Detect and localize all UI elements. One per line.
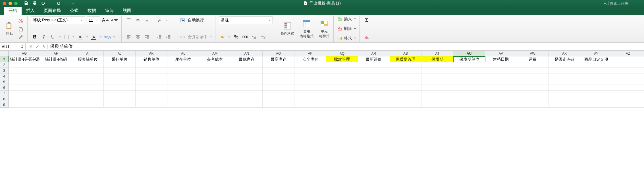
row-header[interactable]: 7	[0, 91, 9, 96]
cell[interactable]	[390, 85, 422, 91]
row-header[interactable]: 1	[0, 56, 9, 62]
row-header[interactable]: 8	[0, 96, 9, 102]
cell[interactable]	[167, 91, 199, 96]
cell[interactable]: 商品自定义项	[580, 56, 612, 62]
cell[interactable]	[453, 73, 485, 79]
cell[interactable]: 参考成本	[199, 56, 231, 62]
align-right-button[interactable]	[143, 34, 151, 40]
chevron-down-icon[interactable]	[165, 19, 168, 21]
cell[interactable]	[40, 85, 72, 91]
cell[interactable]	[136, 62, 167, 68]
cell[interactable]	[421, 102, 453, 108]
column-header[interactable]: AZ	[612, 51, 644, 56]
cell[interactable]: 保质期管理	[390, 56, 422, 62]
cell[interactable]	[390, 68, 422, 73]
cell[interactable]	[421, 91, 453, 96]
cell[interactable]	[453, 96, 485, 102]
cell[interactable]	[104, 62, 136, 68]
cell[interactable]	[517, 68, 549, 73]
redo-icon[interactable]	[56, 1, 61, 6]
cell[interactable]	[231, 73, 263, 79]
cell[interactable]	[580, 62, 612, 68]
spreadsheet-grid[interactable]: AGAHAIAJAKALAMANAOAPAQARASATAUAVAWAXAYAZ…	[0, 51, 644, 108]
cell[interactable]	[421, 85, 453, 91]
tab-insert[interactable]: 插入	[22, 7, 39, 15]
chevron-down-icon[interactable]	[113, 36, 116, 38]
cell[interactable]	[485, 91, 517, 96]
cell[interactable]	[263, 96, 294, 102]
cell[interactable]	[263, 102, 294, 108]
column-header[interactable]: AT	[421, 51, 453, 56]
cell[interactable]	[549, 62, 581, 68]
cell[interactable]	[167, 73, 199, 79]
cell[interactable]	[549, 85, 581, 91]
cell[interactable]	[390, 102, 422, 108]
bold-button[interactable]: B	[31, 34, 38, 40]
cell[interactable]	[453, 85, 485, 91]
column-header[interactable]: AP	[294, 51, 326, 56]
cell[interactable]	[358, 68, 390, 73]
cell[interactable]	[421, 62, 453, 68]
cancel-formula-button[interactable]: ✕	[29, 44, 33, 49]
save-icon[interactable]	[24, 1, 28, 6]
cell[interactable]	[263, 62, 294, 68]
cell[interactable]	[358, 96, 390, 102]
cell[interactable]	[294, 102, 326, 108]
cell[interactable]	[326, 73, 358, 79]
cell[interactable]	[231, 62, 263, 68]
cell[interactable]	[167, 102, 199, 108]
font-size-select[interactable]: 11	[87, 17, 100, 24]
borders-button[interactable]	[63, 34, 70, 40]
cell[interactable]	[358, 79, 390, 85]
cell[interactable]: 保质期单位	[453, 56, 485, 62]
copy-button[interactable]	[17, 26, 24, 32]
cell[interactable]	[453, 68, 485, 73]
cell[interactable]: 保质期	[421, 56, 453, 62]
cell[interactable]	[136, 102, 167, 108]
column-header[interactable]: AS	[390, 51, 422, 56]
format-table-button[interactable]: 套用 表格格式	[299, 16, 315, 41]
cell[interactable]: 辅计量4是否包装单位	[9, 56, 40, 62]
maximize-window-icon[interactable]	[14, 2, 18, 5]
column-header[interactable]: AM	[199, 51, 231, 56]
name-box[interactable]: AU1	[0, 43, 26, 50]
cell[interactable]: 最新进价	[358, 56, 390, 62]
cell[interactable]	[294, 91, 326, 96]
cell[interactable]	[612, 79, 644, 85]
orientation-button[interactable]: ab	[156, 17, 163, 24]
cell[interactable]	[104, 102, 136, 108]
cell[interactable]	[485, 85, 517, 91]
tab-review[interactable]: 审阅	[101, 7, 118, 15]
cell[interactable]	[104, 79, 136, 85]
close-window-icon[interactable]	[3, 2, 6, 5]
cell[interactable]	[231, 102, 263, 108]
row-header[interactable]: 2	[0, 62, 9, 68]
cell[interactable]	[72, 68, 104, 73]
cell[interactable]	[167, 62, 199, 68]
column-header[interactable]: AO	[263, 51, 294, 56]
cell[interactable]	[358, 62, 390, 68]
cell[interactable]: 辅计量4条码	[40, 56, 72, 62]
cell[interactable]	[549, 68, 581, 73]
minimize-window-icon[interactable]	[9, 2, 12, 5]
cell[interactable]: 最低库存	[231, 56, 263, 62]
chevron-down-icon[interactable]	[228, 36, 231, 38]
cell-styles-button[interactable]: 单元 格样式	[318, 16, 331, 41]
cell[interactable]: 是否走冻链	[549, 56, 581, 62]
search-input[interactable]	[610, 1, 641, 6]
cell[interactable]	[9, 91, 40, 96]
chevron-down-icon[interactable]	[86, 36, 88, 38]
row-header[interactable]: 3	[0, 68, 9, 73]
column-header[interactable]: AQ	[326, 51, 358, 56]
conditional-format-button[interactable]: 条件格式	[279, 16, 295, 41]
cell[interactable]	[612, 102, 644, 108]
font-color-button[interactable]: A	[90, 34, 97, 40]
cell[interactable]	[9, 73, 40, 79]
cell[interactable]	[72, 85, 104, 91]
align-left-button[interactable]	[125, 34, 132, 40]
cell[interactable]	[390, 79, 422, 85]
tab-page-layout[interactable]: 页面布局	[39, 7, 65, 15]
cell[interactable]	[199, 91, 231, 96]
cell[interactable]	[104, 91, 136, 96]
cell[interactable]	[421, 79, 453, 85]
